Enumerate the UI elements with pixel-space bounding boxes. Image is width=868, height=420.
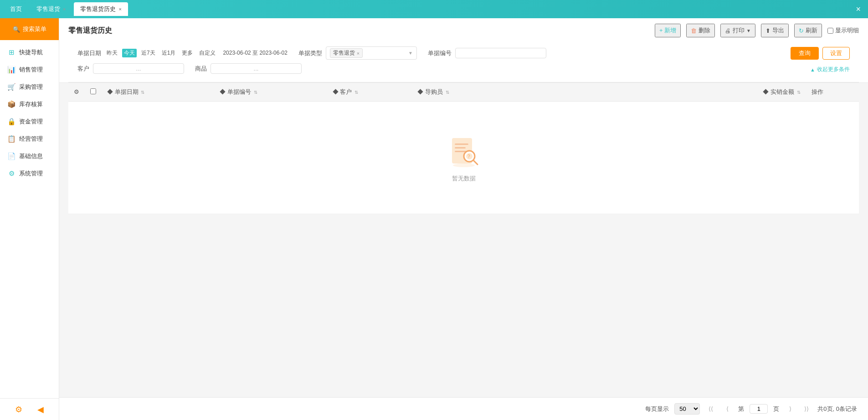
col-guide: ◆ 导购员 ⇅ (412, 83, 511, 101)
col-customer-label: ◆ 客户 (333, 88, 352, 95)
date-options: 昨天 今天 近7天 近1月 更多 自定义 (105, 49, 217, 57)
first-page-button[interactable]: ⟨⟨ (705, 404, 716, 415)
quick-nav-icon: ⊞ (7, 48, 15, 56)
voucher-type-tag: 零售退货 × (330, 48, 363, 58)
col-spacer (511, 83, 693, 101)
col-action: 操作 (806, 83, 859, 101)
inventory-icon: 📦 (7, 100, 15, 108)
sidebar-item-basic-info[interactable]: 📄 基础信息 (0, 148, 59, 165)
sidebar-search[interactable]: 🔍 搜索菜单 (0, 18, 59, 40)
goods-select[interactable]: ... (211, 63, 302, 74)
column-settings-icon[interactable]: ⚙ (74, 88, 79, 95)
setting-button[interactable]: 设置 (822, 47, 850, 60)
window-close-button[interactable]: × (852, 5, 864, 14)
svg-text:?: ? (467, 154, 470, 159)
empty-cell: ? 暂无数据 (68, 101, 859, 214)
date-opt-7days[interactable]: 近7天 (139, 49, 157, 57)
date-opt-custom[interactable]: 自定义 (197, 49, 217, 57)
voucher-type-select[interactable]: 零售退货 × ▼ (326, 46, 417, 60)
sidebar-item-system-mgmt[interactable]: ⚙ 系统管理 (0, 165, 59, 182)
toolbar: + 新增 🗑 删除 🖨 打印 ▼ ⬆ 导出 (655, 24, 859, 37)
date-opt-today[interactable]: 今天 (122, 49, 137, 57)
customer-select[interactable]: ... (93, 63, 184, 74)
voucher-type-filter: 单据类型 零售退货 × ▼ (298, 46, 417, 60)
voucher-no-filter: 单据编号 (428, 48, 546, 58)
svg-line-7 (473, 160, 478, 164)
sidebar-item-quick-nav[interactable]: ⊞ 快捷导航 (0, 44, 59, 61)
tab-return-history[interactable]: 零售退货历史 × (74, 2, 128, 16)
tab-return-label: 零售退货 (36, 5, 60, 13)
purchase-icon: 🛒 (7, 83, 15, 91)
page-number-input[interactable] (750, 404, 768, 414)
sidebar-item-finance[interactable]: 🔒 资金管理 (0, 113, 59, 130)
tab-home[interactable]: 首页 (4, 2, 28, 16)
print-button[interactable]: 🖨 打印 ▼ (720, 24, 755, 37)
refresh-icon: ↻ (799, 27, 804, 34)
voucher-type-remove[interactable]: × (357, 51, 360, 56)
voucher-type-value: 零售退货 (333, 49, 355, 57)
date-filter-label: 单据日期 (77, 49, 101, 57)
date-filter: 单据日期 昨天 今天 近7天 近1月 更多 自定义 2023-06-02 至 2… (77, 49, 288, 57)
sidebar-item-operations[interactable]: 📋 经营管理 (0, 130, 59, 148)
sidebar-item-label: 系统管理 (19, 169, 43, 178)
table-body: ? 暂无数据 (68, 101, 859, 214)
sidebar-collapse-button[interactable]: ◀ (37, 405, 44, 415)
refresh-button[interactable]: ↻ 刷新 (794, 24, 822, 37)
trash-icon: 🗑 (691, 27, 697, 34)
pagination-bar: 每页显示 10 20 50 100 ⟨⟨ ⟨ 第 页 ⟩ ⟩⟩ 共0页, 0条记… (59, 397, 868, 420)
last-page-button[interactable]: ⟩⟩ (801, 404, 812, 415)
total-record-count: 共0页, 0条记录 (817, 405, 857, 413)
col-no: ◆ 单据编号 ⇅ (214, 83, 327, 101)
print-button-label: 打印 (733, 26, 745, 35)
sidebar-item-sales-mgmt[interactable]: 📊 销售管理 (0, 61, 59, 78)
sidebar-bottom: ⚙ ◀ (0, 398, 59, 420)
voucher-no-input[interactable] (455, 48, 546, 58)
search-icon: 🔍 (13, 26, 20, 33)
col-no-label: ◆ 单据编号 (220, 88, 251, 95)
col-date-sort-icon[interactable]: ⇅ (141, 90, 144, 95)
per-page-select[interactable]: 10 20 50 100 (674, 403, 700, 415)
col-date-label: ◆ 单据日期 (107, 88, 139, 95)
sidebar-item-inventory[interactable]: 📦 库存核算 (0, 96, 59, 113)
delete-button-label: 删除 (699, 26, 710, 35)
col-no-sort-icon[interactable]: ⇅ (254, 90, 257, 95)
export-button[interactable]: ⬆ 导出 (761, 24, 789, 37)
page-title: 零售退货历史 (68, 26, 112, 36)
new-button[interactable]: + 新增 (655, 24, 681, 37)
tab-list: 首页 零售退货 × 零售退货历史 × (4, 2, 852, 16)
col-settings: ⚙ (68, 83, 85, 101)
sales-icon: 📊 (7, 66, 15, 74)
tab-return-close[interactable]: × (63, 6, 66, 12)
new-button-label: + 新增 (659, 26, 676, 35)
col-customer-sort-icon[interactable]: ⇅ (354, 90, 358, 95)
date-opt-more[interactable]: 更多 (180, 49, 195, 57)
tab-return[interactable]: 零售退货 × (30, 2, 72, 16)
select-all-checkbox[interactable] (90, 88, 96, 94)
date-opt-yesterday[interactable]: 昨天 (105, 49, 119, 57)
empty-icon: ? (446, 133, 482, 169)
voucher-no-label: 单据编号 (428, 49, 452, 57)
empty-text: 暂无数据 (452, 174, 476, 183)
tab-home-label: 首页 (10, 5, 22, 13)
col-amount-label: ◆ 实销金额 (763, 88, 794, 95)
next-page-button[interactable]: ⟩ (785, 404, 796, 415)
sidebar-search-label: 搜索菜单 (23, 25, 46, 33)
tab-return-history-label: 零售退货历史 (80, 5, 116, 13)
date-opt-1month[interactable]: 近1月 (160, 49, 178, 57)
page-header: 零售退货历史 + 新增 🗑 删除 🖨 打印 ▼ ⬆ (59, 18, 868, 83)
delete-button[interactable]: 🗑 删除 (686, 24, 715, 37)
top-navigation-bar: 首页 零售退货 × 零售退货历史 × × (0, 0, 868, 18)
tab-return-history-close[interactable]: × (118, 6, 121, 12)
data-table: ⚙ ◆ 单据日期 ⇅ ◆ 单据编号 ⇅ (68, 83, 859, 214)
prev-page-button[interactable]: ⟨ (722, 404, 733, 415)
col-guide-sort-icon[interactable]: ⇅ (446, 90, 449, 95)
collapse-filter-button[interactable]: ▲ 收起更多条件 (810, 64, 850, 73)
filter-row-2: 客户 ... 商品 ... ▲ 收起更多条件 (77, 63, 850, 74)
sidebar-settings-button[interactable]: ⚙ (15, 405, 22, 415)
export-icon: ⬆ (765, 27, 770, 34)
svg-point-0 (453, 164, 475, 167)
col-amount-sort-icon[interactable]: ⇅ (797, 90, 801, 95)
sidebar-item-purchase-mgmt[interactable]: 🛒 采购管理 (0, 78, 59, 96)
query-button[interactable]: 查询 (791, 47, 819, 60)
show-detail-checkbox[interactable] (827, 28, 833, 34)
